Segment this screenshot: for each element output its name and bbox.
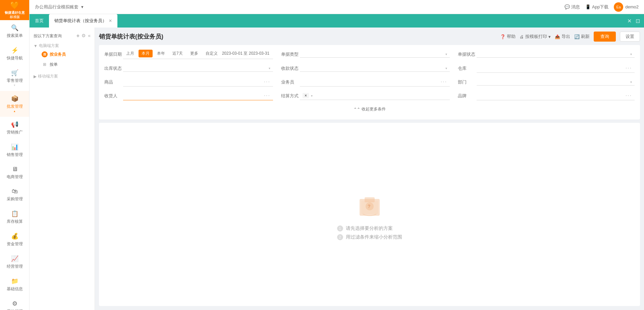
payment-tag: × — [303, 93, 309, 98]
quick-nav-icon: ⚡ — [11, 47, 18, 54]
export-btn[interactable]: 📤 导出 — [555, 34, 570, 40]
scheme-icon-order: ⊞ — [42, 61, 48, 67]
right-main: 销货单统计表(按业务员) ❓ 帮助 🖨 按模板打印 ▾ 📤 导出 — [95, 28, 644, 310]
sidebar-wholesale-label: 批发管理 — [7, 104, 23, 109]
out-status-control[interactable]: ▾ — [123, 65, 273, 72]
tab-close-all-btn[interactable]: ✕ — [626, 16, 633, 25]
add-scheme-btn[interactable]: + — [76, 33, 79, 39]
template-print-btn[interactable]: 🖨 按模板打印 ▾ — [520, 34, 551, 40]
settings-button[interactable]: 设置 — [620, 32, 640, 42]
tab-sales-stat[interactable]: 销货单统计表（按业务员） ✕ — [49, 14, 117, 28]
tab-bar: 首页 销货单统计表（按业务员） ✕ ✕ ⊡ — [30, 14, 644, 28]
tree-item-by-order[interactable]: ⊞ 按单 — [30, 59, 95, 69]
sidebar-item-inventory[interactable]: 📋 库存核算 — [0, 206, 30, 228]
payment-control[interactable]: × ▾ — [300, 92, 450, 100]
filter-warehouse: 仓库 ··· — [458, 64, 635, 73]
brand-dots-icon: ··· — [626, 93, 632, 99]
date-btn-this-month[interactable]: 本月 — [139, 50, 153, 57]
message-label: 消息 — [571, 4, 580, 10]
collapse-chevron-icon: ⌃⌃ — [354, 107, 360, 112]
tree-item-by-salesman[interactable]: 按 按业务员 — [30, 49, 95, 59]
left-panel-header: 按以下方案查询 + ⚙ « — [30, 30, 95, 42]
tab-close-btn[interactable]: ✕ — [109, 18, 112, 23]
sidebar-item-quick-nav[interactable]: ⚡ 快捷导航 — [0, 43, 30, 65]
sidebar-item-wholesale[interactable]: 📦 批发管理 ▴ — [0, 91, 30, 117]
sidebar-item-system[interactable]: ⚙ 系统管理 — [0, 296, 30, 310]
logo-sublabel: 标准版 — [10, 15, 20, 19]
sidebar-item-business[interactable]: 📈 经营管理 — [0, 251, 30, 273]
date-btn-this-year[interactable]: 本年 — [154, 50, 168, 57]
sidebar-item-search[interactable]: 🔍 搜索菜单 — [0, 20, 30, 43]
tree-item-salesman-label: 按业务员 — [50, 52, 66, 57]
salesman-control[interactable]: ··· — [300, 78, 450, 87]
warehouse-control[interactable]: ··· — [477, 64, 635, 73]
date-btn-7days[interactable]: 近7天 — [169, 50, 186, 57]
page-title: 销货单统计表(按业务员) — [99, 33, 163, 41]
top-header: 办公用品行业模拟账套 ▾ 💬 消息 📱 App下载 Ea demo2 — [30, 0, 644, 14]
app-download-btn[interactable]: 📱 App下载 — [585, 4, 608, 10]
collapse-panel-btn[interactable]: « — [88, 33, 91, 39]
tab-home[interactable]: 首页 — [30, 14, 49, 28]
date-btn-more[interactable]: 更多 — [187, 50, 201, 57]
filter-row-4: 收货人 ··· 结算方式 × ▾ — [104, 91, 635, 100]
doc-type-control[interactable]: ▾ — [300, 51, 450, 58]
goods-label: 商品 — [104, 79, 123, 85]
page-actions: ❓ 帮助 🖨 按模板打印 ▾ 📤 导出 🔄 刷新 — [500, 32, 640, 42]
consignee-control[interactable]: ··· — [123, 91, 273, 100]
payment-tag-close[interactable]: × — [305, 93, 307, 98]
settings-scheme-btn[interactable]: ⚙ — [82, 33, 86, 39]
help-btn[interactable]: ❓ 帮助 — [500, 34, 516, 40]
filter-row-3: 商品 ··· 业务员 ··· 部门 — [104, 78, 635, 87]
tree-group-expand-icon[interactable]: ▼ — [34, 44, 38, 48]
breadcrumb: 办公用品行业模拟账套 — [35, 4, 78, 10]
sidebar-item-ecommerce[interactable]: 🖥 电商管理 — [0, 162, 30, 184]
tab-home-label: 首页 — [35, 18, 44, 24]
svg-text:?: ? — [368, 204, 371, 209]
sidebar-item-marketing[interactable]: 📢 营销推广 — [0, 117, 30, 139]
ecommerce-icon: 🖥 — [12, 166, 18, 173]
purchase-icon: 🛍 — [12, 188, 18, 195]
dept-label: 部门 — [458, 79, 477, 85]
brand-control[interactable]: ··· — [477, 91, 635, 100]
date-btn-last-month[interactable]: 上月 — [123, 50, 137, 57]
finance-icon: 💰 — [11, 232, 18, 240]
user-menu[interactable]: Ea demo2 — [614, 2, 639, 12]
filter-salesman: 业务员 ··· — [281, 78, 458, 87]
doc-status-label: 单据状态 — [458, 51, 477, 57]
dept-control[interactable]: ▾ — [477, 79, 635, 86]
refresh-btn[interactable]: 🔄 刷新 — [574, 34, 590, 40]
query-button[interactable]: 查询 — [594, 32, 616, 42]
sidebar-item-finance[interactable]: 💰 资金管理 — [0, 228, 30, 251]
tree-group-mobile-expand-icon[interactable]: ▶ — [34, 74, 37, 79]
header-left: 办公用品行业模拟账套 ▾ — [35, 4, 84, 10]
print-label: 按模板打印 — [525, 34, 547, 40]
out-status-arrow-icon: ▾ — [269, 66, 270, 70]
sidebar-inventory-label: 库存核算 — [7, 219, 23, 224]
sidebar-item-basic[interactable]: 📁 基础信息 — [0, 273, 30, 296]
collapse-btn[interactable]: ⌃⌃ 收起更多条件 — [354, 106, 386, 112]
filter-consignee: 收货人 ··· — [104, 91, 281, 100]
tree-group-mobile-label: 移动端方案 — [38, 73, 58, 79]
business-icon: 📈 — [11, 255, 18, 262]
doc-status-control[interactable]: ▾ — [477, 51, 635, 58]
breadcrumb-dropdown-icon[interactable]: ▾ — [81, 4, 84, 9]
help-label: 帮助 — [507, 34, 516, 40]
app-download-icon: 📱 — [585, 4, 591, 9]
receipt-status-label: 收款状态 — [281, 65, 300, 71]
sidebar-purchase-label: 采购管理 — [7, 196, 23, 202]
receipt-status-control[interactable]: ▾ — [300, 65, 450, 72]
date-filter-control: 上月 本月 本年 近7天 更多 自定义 2023-03-01 至 2023-03… — [123, 50, 273, 59]
message-btn[interactable]: 💬 消息 — [565, 4, 580, 10]
sidebar-item-purchase[interactable]: 🛍 采购管理 — [0, 184, 30, 206]
tab-restore-btn[interactable]: ⊡ — [634, 16, 641, 25]
basic-icon: 📁 — [11, 277, 18, 285]
goods-control[interactable]: ··· — [123, 78, 273, 87]
doc-type-label: 单据类型 — [281, 51, 300, 57]
system-icon: ⚙ — [12, 300, 17, 307]
payment-arrow-icon: ▾ — [311, 94, 313, 98]
date-btn-custom[interactable]: 自定义 — [203, 50, 221, 57]
sidebar-item-sales[interactable]: 📊 销售管理 — [0, 139, 30, 162]
dept-arrow-icon: ▾ — [630, 80, 632, 84]
sidebar-item-retail[interactable]: 🛒 零售管理 ▾ — [0, 65, 30, 91]
tree-group-desktop: ▼ 电脑端方案 — [30, 42, 95, 49]
